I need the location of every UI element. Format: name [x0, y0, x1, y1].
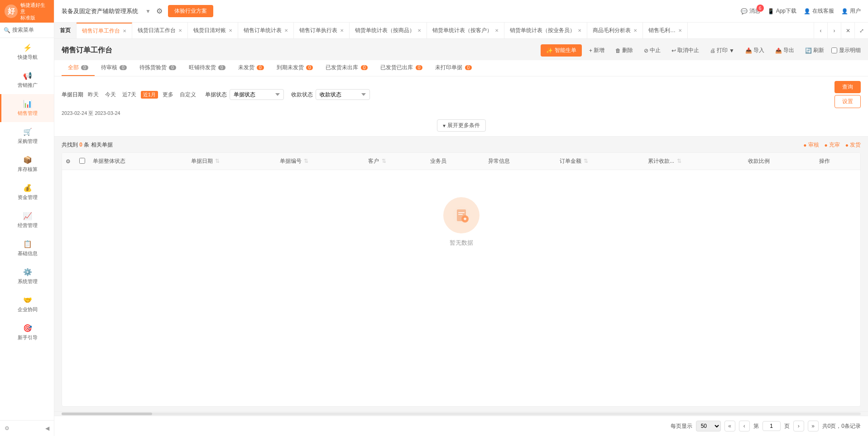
sidebar-item-finance[interactable]: 💰 资金管理	[0, 178, 54, 206]
tab-close-icon[interactable]: ✕	[633, 28, 637, 33]
tab-sales-workbench[interactable]: 销售订单工作台 ✕	[77, 23, 132, 39]
export-button[interactable]: 📤 导出	[772, 45, 798, 56]
date-option-1month[interactable]: 近1月	[141, 91, 158, 99]
tab-scroll-right[interactable]: ›	[827, 23, 841, 39]
tab-scroll-left[interactable]: ‹	[814, 23, 827, 39]
tab-close-icon[interactable]: ✕	[495, 28, 499, 33]
tab-close-icon[interactable]: ✕	[340, 28, 344, 33]
tab-sales-exec[interactable]: 销售订单执行表 ✕	[294, 23, 350, 39]
subtab-pending-inspect[interactable]: 待拣货验货 0	[133, 60, 182, 76]
message-button[interactable]: 💬 消息 6	[741, 7, 760, 15]
subtab-shipped-out[interactable]: 已发货已出库 0	[374, 60, 429, 76]
status-select[interactable]: 单据状态	[230, 89, 284, 100]
sidebar-item-operation[interactable]: 📈 经营管理	[0, 206, 54, 234]
unreviewed-batch-btn[interactable]: ● 充审	[825, 141, 840, 149]
subtab-all[interactable]: 全部 0	[62, 60, 95, 76]
date-option-custom[interactable]: 自定义	[178, 90, 198, 100]
subtab-not-shipped[interactable]: 未发货 0	[232, 60, 270, 76]
expand-button[interactable]: ▾ 展开更多条件	[437, 119, 486, 132]
tab-sales-gross[interactable]: 销售毛利… ✕	[643, 23, 688, 39]
date-option-yesterday[interactable]: 昨天	[86, 90, 101, 100]
tab-cash-daily[interactable]: 钱货日清工作台 ✕	[132, 23, 188, 39]
subtab-wangpu-ship[interactable]: 旺铺待发货 0	[182, 60, 232, 76]
refresh-button[interactable]: 🔄 刷新	[801, 45, 828, 56]
ship-batch-btn[interactable]: ● 发货	[845, 141, 861, 149]
industry-solution-button[interactable]: 体验行业方案	[168, 5, 213, 17]
online-service-button[interactable]: 👤 在线客服	[804, 7, 834, 15]
import-button[interactable]: 📥 导入	[742, 45, 768, 56]
th-number[interactable]: 单据编号 ⇅	[276, 153, 365, 170]
collapse-icon[interactable]: ◀	[45, 425, 49, 431]
subtab-pending-review[interactable]: 待审核 0	[95, 60, 133, 76]
date-option-more[interactable]: 更多	[161, 90, 175, 100]
sidebar-item-quick[interactable]: ⚡ 快捷导航	[0, 38, 54, 66]
last-page-button[interactable]: »	[808, 421, 819, 431]
th-amount[interactable]: 订单金额 ⇅	[556, 153, 645, 170]
cancel-stop-button[interactable]: ↩ 取消中止	[668, 45, 703, 56]
smart-create-button[interactable]: ✨ 智能生单	[541, 44, 582, 57]
topbar-settings-icon[interactable]: ⚙	[156, 7, 163, 15]
page-input[interactable]	[762, 421, 781, 431]
tab-close-icon[interactable]: ✕	[123, 28, 126, 33]
th-received[interactable]: 累计收款... ⇅	[644, 153, 744, 170]
service-icon: 👤	[804, 8, 810, 14]
show-detail-input[interactable]	[831, 47, 837, 53]
settings-icon[interactable]: ⚙	[5, 425, 10, 431]
per-page-select[interactable]: 50 10 20 100	[696, 421, 721, 431]
tab-sales-stats[interactable]: 销售订单统计表 ✕	[238, 23, 294, 39]
topbar-dropdown-icon[interactable]: ▼	[145, 8, 151, 14]
scrollbar-thumb[interactable]	[62, 412, 152, 415]
tab-sales-by-staff[interactable]: 销货单统计表（按业务员） ✕	[504, 23, 587, 39]
sidebar-item-guide[interactable]: 🎯 新手引导	[0, 318, 54, 346]
user-menu-button[interactable]: 👤 用户	[841, 7, 861, 15]
print-button[interactable]: 🖨 打印 ▼	[706, 45, 738, 56]
tab-close-icon[interactable]: ✕	[578, 28, 581, 33]
tab-close-icon[interactable]: ✕	[284, 28, 288, 33]
tab-cash-reconcile[interactable]: 钱货日清对账 ✕	[188, 23, 238, 39]
th-date[interactable]: 单据日期 ⇅	[187, 153, 276, 170]
first-page-button[interactable]: «	[724, 421, 735, 431]
th-customer[interactable]: 客户 ⇅	[364, 153, 426, 170]
app-download-button[interactable]: 📱 App下载	[767, 7, 796, 15]
logo-icon: 好	[5, 5, 18, 18]
sidebar-search[interactable]: 🔍 搜索菜单	[0, 23, 54, 38]
tab-close-icon[interactable]: ✕	[229, 28, 232, 33]
sidebar-item-sales[interactable]: 📊 销售管理	[0, 94, 54, 122]
payment-select[interactable]: 收款状态	[316, 89, 370, 100]
review-batch-btn[interactable]: ● 审核	[803, 141, 819, 149]
tab-close-icon[interactable]: ✕	[678, 28, 682, 33]
tab-home[interactable]: 首页	[54, 23, 77, 39]
add-button[interactable]: + 新增	[585, 45, 608, 56]
sidebar-item-basic[interactable]: 📋 基础信息	[0, 234, 54, 262]
tab-close-icon[interactable]: ✕	[178, 28, 182, 33]
tab-gross-margin[interactable]: 商品毛利分析表 ✕	[587, 23, 643, 39]
prev-page-button[interactable]: ‹	[739, 421, 750, 431]
stop-button[interactable]: ⊘ 中止	[640, 45, 664, 56]
next-page-button[interactable]: ›	[793, 421, 804, 431]
gear-icon[interactable]: ⚙	[66, 158, 71, 165]
sidebar-item-enterprise[interactable]: 🤝 企业协同	[0, 290, 54, 318]
tab-expand[interactable]: ⤢	[854, 23, 868, 39]
tab-label: 销售毛利…	[648, 27, 676, 34]
delete-button[interactable]: 🗑 删除	[612, 45, 637, 56]
query-button[interactable]: 查询	[834, 81, 861, 93]
subtab-shipped-not-out[interactable]: 已发货未出库 0	[319, 60, 374, 76]
date-option-today[interactable]: 今天	[103, 90, 118, 100]
subtab-not-printed[interactable]: 未打印单据 0	[429, 60, 478, 76]
tab-close-all[interactable]: ✕	[841, 23, 854, 39]
sidebar-item-system[interactable]: ⚙️ 系统管理	[0, 262, 54, 290]
show-detail-checkbox[interactable]: 显示明细	[831, 47, 861, 54]
select-all-checkbox[interactable]	[79, 158, 85, 164]
sidebar-item-inventory[interactable]: 📦 库存核算	[0, 150, 54, 178]
horizontal-scrollbar[interactable]	[54, 411, 868, 416]
tab-sales-by-product[interactable]: 销货单统计表（按商品） ✕	[350, 23, 427, 39]
tab-close-icon[interactable]: ✕	[417, 28, 421, 33]
export-label: 导出	[783, 47, 794, 54]
sidebar-item-marketing[interactable]: 📢 营销推广	[0, 66, 54, 94]
date-option-7days[interactable]: 近7天	[120, 90, 138, 100]
set-button[interactable]: 设置	[834, 95, 861, 108]
payment-filter-label: 收款状态	[291, 91, 313, 99]
tab-sales-by-customer[interactable]: 销货单统计表（按客户） ✕	[427, 23, 504, 39]
sidebar-item-purchase[interactable]: 🛒 采购管理	[0, 122, 54, 150]
subtab-overdue-not-shipped[interactable]: 到期未发货 0	[270, 60, 320, 76]
